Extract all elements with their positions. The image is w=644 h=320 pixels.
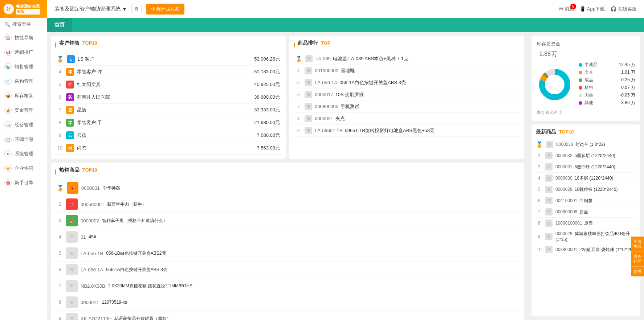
- newest-products-card: 最新商品 TOP10 🏅 图 0000033封边带 (1.0*22) 2 图 0…: [531, 124, 640, 316]
- message-icon: ✉: [559, 6, 563, 12]
- app-download-action[interactable]: 📱 App下载: [580, 6, 605, 12]
- rank-num: 7: [57, 283, 63, 288]
- list-item: 10 图 00380000122g鱼豆腐-烧烤味 (1*12*20): [536, 244, 636, 255]
- product-thumbnail: 图: [66, 264, 78, 275]
- logo-text: 畅捷通好生意: [16, 4, 40, 9]
- product-info: 000800008原壶: [555, 209, 636, 215]
- product-img: 图: [305, 91, 312, 98]
- sidebar-item-marketing[interactable]: 📢 营销推广: [0, 45, 47, 60]
- rank-num: 3: [536, 164, 542, 169]
- rank-num: 6: [57, 95, 63, 100]
- table-row: 🏅 L LS 客户 53,006.26元: [55, 53, 281, 66]
- medal-icon: 🏅: [295, 56, 302, 62]
- product-img: 图: [545, 197, 553, 204]
- product-ranking-card: 商品排行 TOP 🏅 图 LA-089电池盖 LA-089 ABS本色+黑种 7…: [289, 36, 524, 159]
- message-action[interactable]: ✉ 消息 6: [559, 6, 574, 12]
- sidebar-item-sales[interactable]: 🏪 销售管理: [0, 60, 47, 74]
- sidebar-item-label: 企业协同: [15, 165, 33, 172]
- guide-icon: 🎯: [4, 179, 12, 186]
- donut-container: 半成品 12.45 万 文具 1.01 万 成品 0.25 万: [537, 62, 635, 107]
- product-ranking-header: 商品排行 TOP: [294, 40, 520, 50]
- header-line: [294, 42, 295, 48]
- product-ranking-table: 🏅 图 LA-089电池盖 LA-089 ABS本色+黑种 7.1克 4 图 0…: [294, 53, 520, 137]
- product-img: 图: [305, 79, 312, 86]
- sidebar-item-purchase[interactable]: 🛒 采购管理: [0, 74, 47, 89]
- topbar: 装备及固定资产辅助管理系统 ▼ ⚙ 体验行业方案 ✉ 消息 6 📱 App下载 …: [47, 0, 644, 18]
- sidebar-item-guide[interactable]: 🎯 新手引导: [0, 176, 47, 190]
- customer-service-button[interactable]: 客服热线: [631, 237, 644, 252]
- table-row: 4 图 001000002雪地靴: [294, 65, 520, 77]
- main-area: 装备及固定资产辅助管理系统 ▼ ⚙ 体验行业方案 ✉ 消息 6 📱 App下载 …: [47, 0, 644, 320]
- list-item: 8 图 0000011 12070519-xs: [55, 294, 520, 311]
- operations-icon: 📊: [4, 121, 12, 128]
- system-title-select[interactable]: 装备及固定资产辅助管理系统 ▼: [54, 6, 127, 12]
- medal-icon: 🏅: [536, 141, 543, 148]
- sidebar-search[interactable]: 🔍 搜索菜单: [0, 18, 47, 30]
- settings-button[interactable]: ⚙: [131, 4, 142, 14]
- legend-value: 12.45 万: [619, 62, 635, 68]
- rank-badge: 红: [66, 81, 74, 89]
- customer-ranking-card: 客户销售 TOP10 🏅 L LS 客户 53,006.26元 4 零 零售: [51, 36, 286, 159]
- sidebar-item-home[interactable]: 🏠 快捷导航: [0, 30, 47, 45]
- rank-num: 8: [295, 116, 302, 121]
- rank-badge: 零: [66, 119, 74, 127]
- rank-name: 001000002雪地靴: [315, 67, 518, 74]
- sidebar-item-inventory[interactable]: 📦 库存核算: [0, 89, 47, 103]
- product-info: 00380000122g鱼豆腐-烧烤味 (1*12*20): [555, 247, 636, 253]
- sidebar-item-label: 快捷导航: [15, 34, 33, 41]
- product-img: 图: [545, 233, 553, 240]
- legend-label: 成品: [584, 77, 619, 83]
- table-row: 5 红 红太阳文具 40,925.00元: [55, 78, 281, 91]
- product-img: 图: [545, 246, 553, 253]
- sidebar-item-operations[interactable]: 📊 经营管理: [0, 118, 47, 132]
- inventory-icon: 📦: [4, 92, 12, 99]
- top-section: 客户销售 TOP10 🏅 L LS 客户 53,006.26元 4 零 零售: [51, 36, 524, 159]
- sidebar-item-basic-info[interactable]: 📋 基础信息: [0, 132, 47, 147]
- rank-num: 7: [57, 107, 63, 112]
- rank-num: 2: [57, 202, 63, 207]
- product-code: 01: [81, 234, 86, 240]
- sidebar-item-finance[interactable]: 💰 资金管理: [0, 103, 47, 118]
- sidebar-item-system[interactable]: ⚙ 系统管理: [0, 147, 47, 161]
- product-code: 000500001: [81, 202, 104, 207]
- product-img: 图: [545, 186, 553, 193]
- search-icon: 🔍: [4, 22, 10, 27]
- tab-home[interactable]: 首页: [47, 18, 72, 32]
- product-img: 图: [305, 67, 312, 74]
- rank-name: 云扬: [77, 132, 254, 139]
- product-img: 图: [545, 175, 553, 182]
- product-img: 图: [545, 152, 553, 159]
- rank-name: 零售客户-许: [77, 69, 251, 75]
- rank-num: 4: [295, 68, 302, 73]
- rank-name: LA-59651-1B59651-1B旋转投影灯电池盒ABS黑色+58壳: [315, 127, 518, 134]
- legend-value: 1.01 万: [621, 69, 635, 75]
- list-item: 9 图 KK-SD22110H 花语萌恒温分罐罐袋（厚款）: [55, 311, 520, 320]
- rank-amount: 36,600.00元: [254, 94, 280, 100]
- rank-num: 9: [536, 234, 542, 239]
- try-button[interactable]: 体验行业方案: [146, 4, 184, 15]
- live-button[interactable]: 直播: [631, 267, 644, 276]
- table-row: 9 云 云扬 7,680.00元: [55, 129, 281, 142]
- rank-name: 000001710S 变刑罗猴: [315, 91, 518, 98]
- rank-num: 5: [536, 187, 542, 192]
- product-code: 0000011: [81, 300, 99, 305]
- home-icon: 🏠: [4, 34, 12, 41]
- sidebar-item-corp[interactable]: 🤝 企业协同: [0, 161, 47, 176]
- list-item: 6 图 LA-056-1A 056-1A白色按键开关盖ABS 3壳: [55, 262, 520, 278]
- basic-info-icon: 📋: [4, 136, 12, 143]
- online-service-action[interactable]: 🎧 在线客服: [611, 6, 637, 12]
- rank-badge: 零: [66, 68, 74, 76]
- list-item: 9 图 0000028体城嘉枝味苏打饮品400毫升 (1*15): [536, 229, 636, 244]
- inventory-footer: 库存资金占比: [537, 110, 635, 116]
- sidebar-item-label: 基础信息: [15, 136, 33, 143]
- product-img: 图: [545, 163, 553, 171]
- legend-item: 其他 -3.86 万: [579, 100, 635, 106]
- sidebar-item-label: 新手引导: [15, 180, 33, 186]
- community-button[interactable]: 服务社区: [631, 251, 644, 267]
- logo-badge: 标版: [16, 9, 40, 15]
- legend-dot: [579, 94, 582, 97]
- medal-icon: 🏅: [57, 185, 64, 192]
- rank-badge: 苍: [66, 93, 74, 101]
- product-img: 图: [545, 220, 553, 227]
- table-row: 9 图 LA-59651-1B59651-1B旋转投影灯电池盒ABS黑色+58壳: [294, 125, 520, 137]
